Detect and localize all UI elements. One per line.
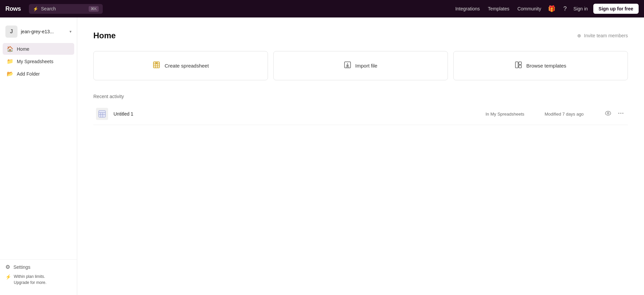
file-modified: Modified 7 days ago <box>545 112 598 117</box>
search-icon: ⚡ <box>33 6 38 11</box>
gift-icon[interactable]: 🎁 <box>547 4 557 14</box>
help-icon[interactable]: ? <box>562 4 568 14</box>
recent-label: Recent activity <box>93 94 628 99</box>
home-icon: 🏠 <box>7 46 13 52</box>
more-options-button[interactable] <box>616 109 625 119</box>
svg-rect-12 <box>519 62 521 65</box>
settings-label: Settings <box>13 264 31 270</box>
sidebar-nav: 🏠 Home 📁 My Spreadsheets 📂 Add Folder <box>0 43 77 259</box>
browse-templates-label: Browse templates <box>526 63 566 69</box>
activity-list: Untitled 1 In My Spreadsheets Modified 7… <box>93 103 628 125</box>
sidebar-item-home[interactable]: 🏠 Home <box>3 43 74 55</box>
svg-point-21 <box>618 113 619 114</box>
sidebar-item-label-home: Home <box>17 46 29 52</box>
recent-activity-section: Recent activity Untitled 1 In My Spreads… <box>93 94 628 125</box>
sidebar: J jean-grey-e13... ▾ 🏠 Home 📁 My Spreads… <box>0 17 77 295</box>
search-box[interactable]: ⚡ Search ⌘K <box>29 4 103 14</box>
nav-templates[interactable]: Templates <box>488 6 509 11</box>
main-header: Home ⊕ Invite team members <box>93 31 628 40</box>
preview-button[interactable] <box>604 109 612 119</box>
svg-rect-13 <box>519 65 521 68</box>
svg-point-19 <box>605 111 611 115</box>
sidebar-item-label-my-spreadsheets: My Spreadsheets <box>17 59 53 64</box>
invite-button[interactable]: ⊕ Invite team members <box>577 33 628 38</box>
signup-button[interactable]: Sign up for free <box>593 4 639 14</box>
page-title: Home <box>93 31 116 40</box>
create-spreadsheet-label: Create spreadsheet <box>165 63 209 69</box>
plan-line1: Within plan limits. <box>14 273 46 280</box>
import-file-card[interactable]: Import file <box>273 51 448 80</box>
browse-templates-icon <box>515 61 522 70</box>
workspace-area[interactable]: J jean-grey-e13... ▾ <box>0 23 77 43</box>
import-file-label: Import file <box>355 63 377 69</box>
plan-line2: Upgrade for more. <box>14 280 46 286</box>
topnav: Rows ⚡ Search ⌘K Integrations Templates … <box>0 0 644 17</box>
sidebar-item-label-add-folder: Add Folder <box>17 71 40 77</box>
nav-links: Integrations Templates Community <box>455 6 541 11</box>
invite-label: Invite team members <box>584 33 628 38</box>
signin-button[interactable]: Sign in <box>573 6 588 11</box>
chevron-down-icon[interactable]: ▾ <box>70 29 72 34</box>
nav-community[interactable]: Community <box>517 6 541 11</box>
main-content: Home ⊕ Invite team members <box>77 17 644 295</box>
browse-templates-card[interactable]: Browse templates <box>453 51 628 80</box>
sidebar-item-add-folder[interactable]: 📂 Add Folder <box>3 68 74 80</box>
app-logo: Rows <box>5 5 21 12</box>
settings-item[interactable]: ⚙ Settings <box>5 264 72 270</box>
table-row: Untitled 1 In My Spreadsheets Modified 7… <box>93 103 628 125</box>
nav-integrations[interactable]: Integrations <box>455 6 480 11</box>
sidebar-bottom: ⚙ Settings ⚡ Within plan limits. Upgrade… <box>0 259 77 290</box>
create-spreadsheet-icon <box>152 61 160 71</box>
avatar: J <box>5 26 17 38</box>
file-actions <box>604 109 625 119</box>
svg-point-20 <box>607 113 609 114</box>
file-name[interactable]: Untitled 1 <box>113 111 480 117</box>
invite-icon: ⊕ <box>577 33 581 38</box>
bolt-icon: ⚡ <box>5 274 11 280</box>
file-location: In My Spreadsheets <box>486 112 539 117</box>
action-cards: Create spreadsheet Import file <box>93 51 628 80</box>
svg-rect-11 <box>515 62 518 68</box>
plan-info: ⚡ Within plan limits. Upgrade for more. <box>5 273 72 286</box>
search-shortcut: ⌘K <box>89 6 99 12</box>
workspace-name: jean-grey-e13... <box>21 29 66 34</box>
file-grid-icon <box>96 108 108 120</box>
settings-icon: ⚙ <box>5 264 10 270</box>
import-file-icon <box>344 61 351 70</box>
svg-point-22 <box>620 113 622 114</box>
search-text: Search <box>41 6 86 11</box>
svg-rect-14 <box>99 111 105 117</box>
layout: J jean-grey-e13... ▾ 🏠 Home 📁 My Spreads… <box>0 0 644 295</box>
create-spreadsheet-card[interactable]: Create spreadsheet <box>93 51 268 80</box>
add-folder-icon: 📂 <box>7 71 13 77</box>
svg-point-23 <box>623 113 624 114</box>
sidebar-item-my-spreadsheets[interactable]: 📁 My Spreadsheets <box>3 55 74 67</box>
folder-icon: 📁 <box>7 58 13 65</box>
